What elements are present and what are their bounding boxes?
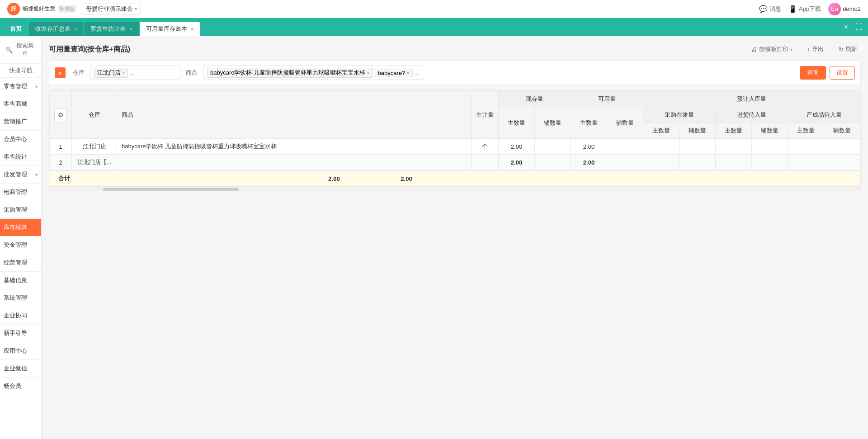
- th-incoming-pending-label: 进货待入量: [737, 111, 766, 118]
- maximize-btn[interactable]: ⛶: [854, 21, 864, 33]
- tab-home-label: 首页: [10, 25, 22, 33]
- top-bar-right: 💬 消息 📱 App下载 Ea demo2: [759, 3, 861, 15]
- top-bar-left: 好 畅捷通好生意 标准版 母婴行业演示账套 ▾: [7, 3, 141, 15]
- th-fin-main: 主数量: [788, 123, 824, 139]
- sidebar: 🔍 搜索菜单 快捷导航 零售管理 ▾ 零售商城 营销推广 会员中心 零售统计 批…: [0, 36, 42, 439]
- refresh-btn[interactable]: ↻ 刷新: [835, 43, 861, 55]
- product-tag2-close-icon[interactable]: ×: [406, 70, 409, 76]
- close-all-tabs-btn[interactable]: ×: [842, 21, 850, 33]
- product-tag2-text: babycare?: [378, 70, 406, 76]
- sidebar-item-retail-mgmt[interactable]: 零售管理 ▾: [0, 78, 41, 95]
- refresh-icon: ↻: [839, 46, 844, 53]
- warehouse-tag-close-icon[interactable]: ×: [122, 70, 125, 76]
- horizontal-scrollbar[interactable]: [49, 188, 861, 191]
- sidebar-item-retail-stat[interactable]: 零售统计: [0, 148, 41, 166]
- tab-available-stock-close[interactable]: ×: [191, 26, 193, 32]
- sidebar-item-retail-mall[interactable]: 零售商城: [0, 95, 41, 113]
- sidebar-item-new-guide[interactable]: 新手引导: [0, 325, 41, 342]
- template-print-btn[interactable]: 🖨 按模板打印 ▾: [748, 43, 796, 55]
- export-label: 导出: [812, 45, 824, 53]
- sidebar-search-button[interactable]: 🔍 搜索菜单: [4, 40, 38, 60]
- sidebar-item-app-center-label: 应用中心: [4, 347, 27, 355]
- user-area[interactable]: Ea demo2: [828, 3, 861, 15]
- product-tag-babycare[interactable]: babycare学饮杯 儿童防摔防撞吸管杯重力球吸嘴杯宝宝水杯 ×: [207, 68, 373, 78]
- th-pur-main: 主数量: [643, 123, 679, 139]
- filter-row: 仓库 江北门店 × ... 商品 babycare学饮杯 儿童防摔防撞吸管杯重力…: [73, 66, 793, 80]
- divider: [800, 46, 800, 52]
- th-fin-sub-label: 辅数量: [833, 127, 851, 134]
- th-stock-sub-label: 辅数量: [544, 119, 561, 126]
- th-fin-main-label: 主数量: [797, 127, 815, 134]
- sidebar-search-area: 🔍 搜索菜单: [0, 36, 41, 64]
- message-action[interactable]: 💬 消息: [759, 5, 781, 13]
- sidebar-item-enterprise-wx[interactable]: 企业微信: [0, 360, 41, 378]
- sidebar-item-sys-mgmt[interactable]: 系统管理: [0, 289, 41, 307]
- th-fin-sub: 辅数量: [824, 123, 860, 139]
- page-actions: 🖨 按模板打印 ▾ ↑ 导出 ↻ 刷新: [748, 43, 861, 55]
- product-input[interactable]: babycare学饮杯 儿童防摔防撞吸管杯重力球吸嘴杯宝宝水杯 × babyca…: [203, 66, 423, 80]
- tab-order-stat[interactable]: 要货单统计表 ×: [84, 22, 138, 36]
- filter-toggle-btn[interactable]: »: [55, 67, 66, 78]
- sidebar-item-marketing[interactable]: 营销推广: [0, 113, 41, 131]
- th-available: 可用量: [571, 91, 643, 107]
- row2-pur-sub: [679, 155, 716, 170]
- th-stock-main: 主数量: [499, 107, 535, 139]
- row2-stock-main: 2.00: [499, 155, 535, 170]
- tab-collection[interactable]: 收发存汇总表 ×: [29, 22, 83, 36]
- tab-home[interactable]: 首页: [4, 22, 28, 36]
- filter-toggle-icon: »: [58, 70, 61, 76]
- row2-pur-main: [643, 155, 679, 170]
- sidebar-search-label: 搜索菜单: [14, 42, 36, 58]
- tab-available-stock[interactable]: 可用量库存账本 ×: [140, 22, 200, 36]
- tab-order-stat-close[interactable]: ×: [129, 26, 132, 32]
- product-more[interactable]: ...: [415, 70, 419, 76]
- row1-avail-sub: [607, 139, 643, 155]
- sidebar-item-basic-info[interactable]: 基础信息: [0, 272, 41, 289]
- sidebar-item-wholesale-mgmt[interactable]: 批发管理 ▾: [0, 166, 41, 184]
- sidebar-item-enterprise-collab[interactable]: 企业协同: [0, 307, 41, 325]
- warehouse-input[interactable]: 江北门店 × ...: [90, 66, 180, 80]
- sidebar-item-ecom-mgmt[interactable]: 电商管理: [0, 184, 41, 201]
- industry-select-text: 母婴行业演示账套: [86, 5, 133, 13]
- app-download-action[interactable]: 📱 App下载: [788, 5, 821, 13]
- tab-collection-close[interactable]: ×: [74, 26, 77, 32]
- sidebar-item-inventory-check[interactable]: 库存核算: [0, 219, 41, 236]
- search-icon: 🔍: [5, 47, 13, 53]
- sidebar-item-finance-mgmt[interactable]: 资金管理: [0, 236, 41, 254]
- export-icon: ↑: [807, 46, 811, 53]
- sidebar-item-vip-member[interactable]: 畅会员: [0, 378, 41, 395]
- export-btn[interactable]: ↑ 导出: [804, 43, 828, 55]
- industry-select[interactable]: 母婴行业演示账套 ▾: [82, 4, 141, 14]
- scrollbar-thumb[interactable]: [103, 188, 239, 191]
- sidebar-item-marketing-label: 营销推广: [4, 118, 27, 126]
- footer-stock-main: 2.00: [316, 175, 352, 182]
- sidebar-item-member-center[interactable]: 会员中心: [0, 131, 41, 148]
- row1-unit: 个: [472, 139, 499, 155]
- sidebar-item-app-center[interactable]: 应用中心: [0, 342, 41, 360]
- row1-avail-main: 2.00: [571, 139, 607, 155]
- setting-button[interactable]: 设置: [830, 66, 855, 80]
- warehouse-more[interactable]: ...: [130, 70, 134, 76]
- sidebar-item-purchase-mgmt[interactable]: 采购管理: [0, 201, 41, 219]
- sidebar-item-retail-mall-label: 零售商城: [4, 100, 27, 108]
- template-print-label: 按模板打印: [759, 45, 788, 53]
- row1-pur-sub: [679, 139, 716, 155]
- row2-no: 2: [50, 155, 72, 170]
- row2-product: [117, 155, 472, 170]
- row2-fin-main: [788, 155, 824, 170]
- product-tag-babycare2[interactable]: babycare? ×: [375, 69, 413, 77]
- product-tag-close-icon[interactable]: ×: [367, 70, 369, 76]
- row1-pur-main: [643, 139, 679, 155]
- warehouse-tag-jiangbei[interactable]: 江北门店 ×: [94, 68, 128, 78]
- sidebar-item-ecom-mgmt-label: 电商管理: [4, 188, 27, 196]
- sidebar-quick-nav[interactable]: 快捷导航: [0, 64, 41, 78]
- tab-order-stat-label: 要货单统计表: [90, 25, 126, 33]
- sidebar-item-ops-mgmt[interactable]: 经营管理: [0, 254, 41, 272]
- chevron-down-icon: ▾: [135, 6, 137, 11]
- sidebar-item-enterprise-wx-label: 企业微信: [4, 364, 27, 373]
- th-settings[interactable]: ⚙: [50, 91, 72, 139]
- warehouse-tag-text: 江北门店: [97, 69, 121, 77]
- settings-icon[interactable]: ⚙: [54, 109, 67, 121]
- query-button[interactable]: 查询: [800, 66, 826, 80]
- th-current-stock: 现存量: [499, 91, 571, 107]
